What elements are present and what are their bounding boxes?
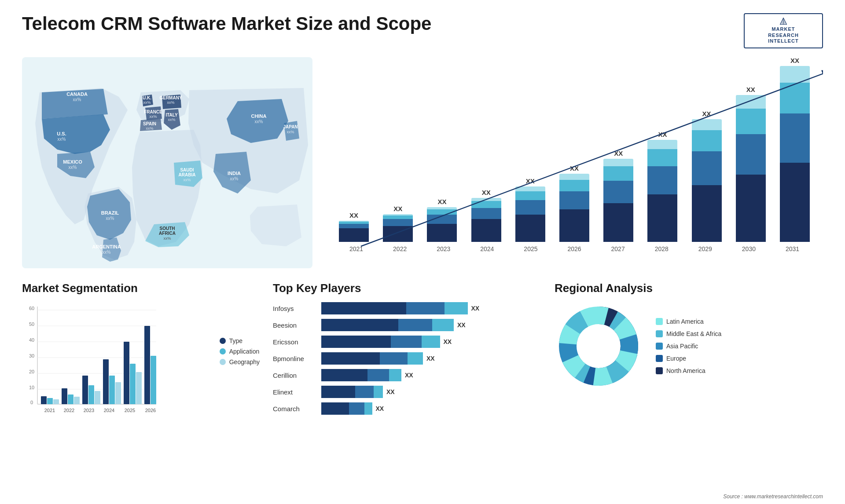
- svg-rect-68: [151, 356, 156, 404]
- bar-group-2027: XX: [599, 150, 638, 242]
- bar-segment: [515, 215, 545, 242]
- regional-color-3: [656, 355, 663, 362]
- players-title: Top Key Players: [273, 281, 541, 295]
- year-label-2026: 2026: [552, 245, 596, 252]
- svg-text:xx%: xx%: [167, 100, 174, 105]
- year-label-2027: 2027: [596, 245, 640, 252]
- regional-color-1: [656, 330, 663, 337]
- svg-text:xx%: xx%: [73, 97, 81, 102]
- legend-dot-application: [220, 348, 226, 354]
- svg-text:JAPAN: JAPAN: [283, 124, 298, 129]
- bar-segment: [736, 175, 766, 242]
- svg-text:MEXICO: MEXICO: [63, 159, 82, 164]
- svg-text:xx%: xx%: [146, 126, 153, 131]
- bar-segment: [427, 224, 457, 242]
- svg-text:xx%: xx%: [143, 100, 151, 105]
- svg-text:GERMANY: GERMANY: [159, 95, 182, 100]
- svg-text:U.K.: U.K.: [143, 95, 151, 100]
- player-bar-seg: [374, 386, 383, 398]
- svg-text:ARABIA: ARABIA: [179, 172, 196, 177]
- svg-text:xx%: xx%: [287, 130, 294, 134]
- player-row-3: BpmonlineXX: [273, 352, 541, 365]
- bar-segment: [559, 191, 589, 209]
- bar-segment: [603, 181, 633, 204]
- seg-legend: Type Application Geography: [220, 337, 260, 365]
- svg-text:BRAZIL: BRAZIL: [101, 210, 119, 215]
- svg-text:2026: 2026: [145, 408, 156, 413]
- bar-segment: [559, 209, 589, 242]
- bar-segment: [427, 215, 457, 224]
- bar-segment: [383, 226, 413, 242]
- player-bar-seg: [408, 352, 423, 365]
- bar-segment: [692, 119, 722, 131]
- bar-stack-2023: [427, 207, 457, 242]
- svg-text:xx%: xx%: [58, 137, 66, 142]
- player-bar-seg: [349, 402, 364, 415]
- logo-box: MARKET RESEARCH INTELLECT: [744, 13, 823, 48]
- regional-legend-item-1: Middle East & Africa: [656, 330, 721, 337]
- svg-rect-67: [144, 326, 150, 404]
- players-list: InfosysXXBeesionXXEricssonXXBpmonlineXXC…: [273, 302, 541, 415]
- player-bar-2: [321, 336, 440, 348]
- bar-segment: [647, 166, 677, 194]
- bar-stack-2031: [780, 66, 810, 242]
- svg-text:U.S.: U.S.: [57, 131, 66, 136]
- year-label-2028: 2028: [640, 245, 683, 252]
- bar-stack-2026: [559, 174, 589, 242]
- bar-label-2027: XX: [614, 150, 623, 157]
- bar-segment: [559, 180, 589, 191]
- player-name-5: Elinext: [273, 388, 317, 396]
- regional-container: Latin AmericaMiddle East & AfricaAsia Pa…: [555, 302, 823, 390]
- player-bar-seg: [321, 386, 355, 398]
- bar-label-2023: XX: [437, 198, 446, 205]
- player-bar-container-5: XX: [321, 386, 541, 398]
- svg-rect-66: [136, 372, 142, 404]
- svg-rect-62: [109, 376, 115, 404]
- bar-segment: [692, 130, 722, 151]
- donut-chart: [555, 302, 643, 390]
- bar-chart-bars: XXXXXXXXXXXXXXXXXXXXXX: [334, 62, 814, 242]
- canada-label: CANADA: [66, 91, 88, 97]
- svg-text:SPAIN: SPAIN: [143, 121, 156, 126]
- bar-group-2029: XX: [687, 110, 726, 242]
- bar-segment: [515, 191, 545, 201]
- player-bar-seg: [321, 319, 398, 331]
- player-bar-seg: [380, 352, 408, 365]
- regional-legend-item-0: Latin America: [656, 318, 721, 325]
- svg-text:xx%: xx%: [255, 119, 263, 124]
- bar-segment: [339, 224, 369, 228]
- svg-text:FRANCE: FRANCE: [144, 110, 162, 114]
- player-bar-container-3: XX: [321, 352, 541, 365]
- regional-label-2: Asia Pacific: [666, 343, 698, 350]
- svg-text:SAUDI: SAUDI: [180, 168, 194, 172]
- regional-color-2: [656, 343, 663, 350]
- player-bar-4: [321, 369, 401, 381]
- year-label-2029: 2029: [683, 245, 727, 252]
- player-name-0: Infosys: [273, 305, 317, 312]
- bar-segment: [603, 159, 633, 166]
- bar-segment: [692, 151, 722, 185]
- player-bar-0: [321, 302, 468, 314]
- bar-segment: [780, 113, 810, 162]
- player-bar-container-6: XX: [321, 402, 541, 415]
- bar-segment: [603, 166, 633, 181]
- bar-segment: [427, 209, 457, 215]
- svg-rect-59: [88, 385, 94, 404]
- bar-label-2030: XX: [746, 86, 755, 93]
- bar-group-2024: XX: [467, 189, 506, 242]
- svg-rect-64: [124, 342, 129, 404]
- bar-segment: [515, 200, 545, 215]
- bar-stack-2024: [471, 198, 501, 242]
- legend-dot-geography: [220, 359, 226, 365]
- legend-type: Type: [220, 337, 260, 344]
- bar-segment: [471, 201, 501, 208]
- svg-text:0: 0: [30, 400, 33, 405]
- source-text: Source : www.marketresearchintellect.com: [723, 493, 823, 500]
- svg-text:ARGENTINA: ARGENTINA: [92, 244, 121, 249]
- bar-segment: [780, 83, 810, 113]
- bar-chart-section: XXXXXXXXXXXXXXXXXXXXXX 20212022202320242…: [326, 57, 823, 273]
- svg-text:AFRICA: AFRICA: [159, 231, 176, 236]
- player-bar-seg: [321, 369, 367, 381]
- player-bar-seg: [389, 369, 401, 381]
- year-label-2023: 2023: [422, 245, 465, 252]
